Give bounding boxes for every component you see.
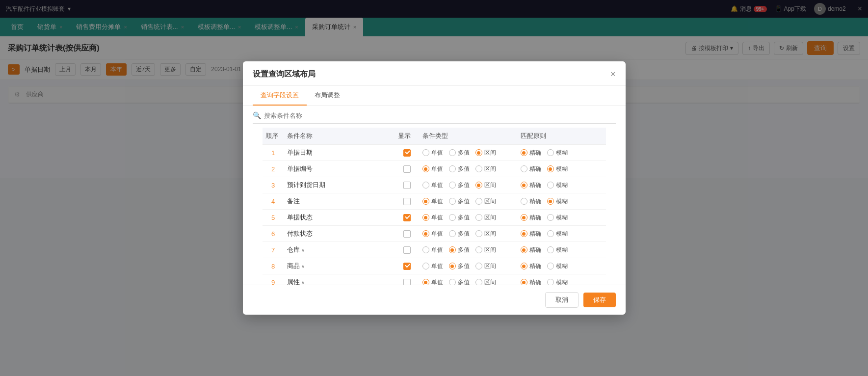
- radio-dot-type-区间: [475, 165, 482, 172]
- tab-query-fields[interactable]: 查询字段设置: [253, 86, 307, 106]
- radio-dot-type-多值: [449, 165, 456, 172]
- row-type-2: 单值多值区间: [420, 161, 518, 177]
- row-match-3: 精确模糊: [518, 177, 606, 179]
- row-show-1[interactable]: [395, 145, 420, 161]
- radio-dot-type-区间: [475, 149, 482, 156]
- type-option-单值[interactable]: 单值: [422, 149, 443, 157]
- row-name-3: 预计到货日期: [284, 177, 395, 179]
- table-row: 2单据编号单值多值区间精确模糊: [263, 161, 606, 177]
- radio-dot-match-模糊: [547, 165, 554, 172]
- row-match-2: 精确模糊: [518, 161, 606, 177]
- match-option-精确[interactable]: 精确: [521, 165, 541, 173]
- type-option-单值[interactable]: 单值: [422, 165, 443, 173]
- th-match: 匹配原则: [518, 128, 606, 145]
- match-option-精确[interactable]: 精确: [521, 149, 541, 157]
- dialog-title: 设置查询区域布局: [253, 69, 316, 80]
- radio-dot-match-精确: [521, 165, 527, 172]
- row-show-3[interactable]: [395, 177, 420, 179]
- search-input[interactable]: [264, 112, 616, 119]
- type-option-多值[interactable]: 多值: [449, 149, 470, 157]
- th-type: 条件类型: [420, 128, 518, 145]
- row-show-2[interactable]: [395, 161, 420, 177]
- table-row: 1单据日期单值多值区间精确模糊: [263, 145, 606, 161]
- conditions-table-wrap: 顺序 条件名称 显示 条件类型 匹配原则 1单据日期单值多值区间精确模糊2单据编…: [243, 128, 626, 178]
- radio-dot-match-精确: [521, 149, 527, 156]
- conditions-table: 顺序 条件名称 显示 条件类型 匹配原则 1单据日期单值多值区间精确模糊2单据编…: [263, 128, 606, 178]
- show-checkbox-2[interactable]: [403, 165, 411, 173]
- row-type-1: 单值多值区间: [420, 145, 518, 161]
- tab-query-fields-label: 查询字段设置: [261, 91, 299, 99]
- type-option-区间[interactable]: 区间: [475, 149, 496, 157]
- th-name: 条件名称: [284, 128, 395, 145]
- search-icon: 🔍: [253, 111, 261, 119]
- modal-overlay: 设置查询区域布局 × 查询字段设置 布局调整 🔍 顺序 条件名称: [0, 0, 868, 178]
- radio-dot-type-单值: [422, 165, 429, 172]
- type-option-区间[interactable]: 区间: [475, 165, 496, 173]
- row-match-1: 精确模糊: [518, 145, 606, 161]
- tab-layout-adjust[interactable]: 布局调整: [307, 86, 348, 106]
- dialog-close-btn[interactable]: ×: [610, 69, 616, 80]
- table-row: 3预计到货日期单值多值区间精确模糊: [263, 177, 606, 179]
- match-option-模糊[interactable]: 模糊: [547, 165, 568, 173]
- condition-search: 🔍: [253, 111, 616, 124]
- match-option-模糊[interactable]: 模糊: [547, 149, 568, 157]
- settings-dialog: 设置查询区域布局 × 查询字段设置 布局调整 🔍 顺序 条件名称: [243, 61, 626, 178]
- row-order-3: 3: [263, 177, 284, 179]
- dialog-header: 设置查询区域布局 ×: [243, 61, 626, 86]
- type-option-多值[interactable]: 多值: [449, 165, 470, 173]
- row-order-2: 2: [263, 161, 284, 177]
- show-checkbox-1[interactable]: [403, 149, 411, 157]
- radio-dot-type-单值: [422, 149, 429, 156]
- radio-dot-type-多值: [449, 149, 456, 156]
- row-name-2: 单据编号: [284, 161, 395, 177]
- row-order-1: 1: [263, 145, 284, 161]
- radio-dot-match-模糊: [547, 149, 554, 156]
- th-show: 显示: [395, 128, 420, 145]
- th-order: 顺序: [263, 128, 284, 145]
- row-type-3: 单值多值区间: [420, 177, 518, 179]
- dialog-tabs: 查询字段设置 布局调整: [243, 86, 626, 106]
- row-name-1: 单据日期: [284, 145, 395, 161]
- tab-layout-adjust-label: 布局调整: [315, 91, 340, 99]
